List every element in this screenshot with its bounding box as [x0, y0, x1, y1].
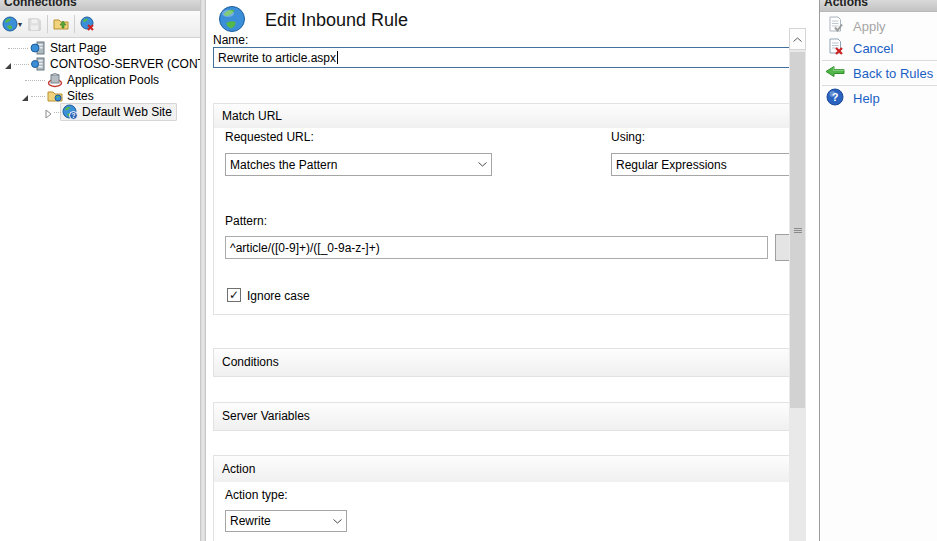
connections-title: Connections	[4, 0, 77, 9]
svg-text:?: ?	[72, 112, 76, 119]
start-page-icon	[30, 40, 46, 56]
using-value: Regular Expressions	[616, 158, 727, 172]
name-input[interactable]: Rewrite to article.aspx	[213, 47, 800, 68]
requested-url-label: Requested URL:	[225, 130, 314, 144]
sites-folder-icon	[47, 88, 63, 104]
ignore-case-label: Ignore case	[247, 289, 310, 303]
action-type-label: Action type:	[225, 488, 288, 502]
help-link[interactable]: Help	[853, 91, 880, 106]
chevron-down-icon	[333, 519, 342, 524]
tree-connector	[8, 48, 28, 49]
tree-item-start-page[interactable]: Start Page	[0, 40, 200, 56]
chevron-down-icon	[478, 162, 487, 167]
match-url-section-header[interactable]: Match URL	[214, 104, 799, 128]
application-pools-icon	[47, 72, 63, 88]
using-dropdown[interactable]: Regular Expressions	[611, 153, 800, 176]
create-folder-up-icon[interactable]	[51, 14, 71, 34]
conditions-section: Conditions	[213, 348, 800, 377]
tree-item-label: Start Page	[50, 40, 107, 56]
tree-item-label: Application Pools	[67, 72, 159, 88]
tree-connector	[25, 80, 45, 81]
vertical-scrollbar[interactable]	[789, 28, 806, 541]
svg-text:?: ?	[832, 91, 839, 103]
ignore-case-checkbox[interactable]: ✓	[227, 288, 241, 302]
tree-connector	[14, 64, 29, 65]
server-variables-section-header[interactable]: Server Variables	[214, 403, 799, 430]
text-caret	[337, 51, 338, 64]
connections-panel: Connections ▾	[0, 0, 200, 541]
iis-manager-window: Connections ▾	[0, 0, 937, 541]
page-title: Edit Inbound Rule	[265, 6, 408, 34]
cancel-button[interactable]: Cancel	[853, 41, 893, 56]
toolbar-separator	[47, 15, 48, 33]
using-label: Using:	[611, 130, 645, 144]
chevron-up-icon	[793, 37, 802, 42]
action-section-header[interactable]: Action	[214, 456, 799, 482]
tree-item-sites[interactable]: Sites	[0, 88, 200, 104]
server-icon	[30, 56, 46, 72]
actions-separator	[822, 60, 937, 61]
action-type-dropdown[interactable]: Rewrite	[225, 510, 347, 532]
actions-panel: Actions Apply	[819, 0, 937, 541]
save-icon[interactable]	[24, 14, 44, 34]
scrollbar-grip-icon	[794, 228, 802, 233]
tree-item-server[interactable]: CONTOSO-SERVER (CONTOS	[0, 56, 200, 72]
actions-separator	[822, 85, 937, 86]
name-label: Name:	[213, 33, 248, 47]
requested-url-value: Matches the Pattern	[230, 158, 337, 172]
connect-globe-icon[interactable]	[0, 14, 20, 34]
scroll-up-button[interactable]	[789, 28, 806, 50]
actions-title: Actions	[824, 0, 868, 9]
pattern-label: Pattern:	[225, 214, 267, 228]
tree-item-application-pools[interactable]: Application Pools	[0, 72, 200, 88]
server-variables-section: Server Variables	[213, 402, 800, 431]
tree-item-label: Default Web Site	[82, 104, 172, 120]
tree-item-label: Sites	[67, 88, 94, 104]
tree-item-label: CONTOSO-SERVER (CONTOS	[50, 56, 200, 72]
connect-dropdown-caret-icon[interactable]: ▾	[18, 20, 22, 29]
web-site-globe-icon: ?	[62, 104, 78, 120]
requested-url-dropdown[interactable]: Matches the Pattern	[225, 153, 492, 176]
collapsed-arrow-icon[interactable]	[43, 107, 53, 117]
expanded-arrow-icon[interactable]	[3, 59, 13, 69]
apply-button: Apply	[853, 19, 886, 34]
pattern-input-value: ^article/([0-9]+)/([_0-9a-z-]+)	[230, 241, 380, 255]
pattern-input[interactable]: ^article/([0-9]+)/([_0-9a-z-]+)	[225, 236, 768, 259]
edit-inbound-rule-page: Edit Inbound Rule Name: Rewrite to artic…	[206, 0, 818, 541]
tree-item-default-web-site[interactable]: ? Default Web Site	[0, 104, 200, 120]
checkmark-icon: ✓	[229, 288, 239, 302]
cancel-document-x-icon	[827, 38, 844, 58]
expanded-arrow-icon[interactable]	[20, 91, 30, 101]
apply-document-check-icon	[827, 16, 844, 36]
selected-tree-item[interactable]: ? Default Web Site	[60, 103, 177, 121]
connections-tree: Start Page CONTOSO-SERVER (C	[0, 37, 200, 541]
action-type-value: Rewrite	[230, 514, 271, 528]
actions-header: Actions	[820, 0, 937, 12]
disconnect-globe-icon[interactable]	[78, 14, 98, 34]
toolbar-separator	[74, 15, 75, 33]
help-question-icon: ?	[826, 88, 844, 109]
conditions-section-header[interactable]: Conditions	[214, 349, 799, 376]
tree-connector	[54, 112, 61, 113]
tree-connector	[31, 96, 45, 97]
globe-icon	[218, 5, 246, 36]
back-to-rules-link[interactable]: Back to Rules	[853, 66, 933, 81]
connections-toolbar: ▾	[0, 11, 200, 38]
name-input-value: Rewrite to article.aspx	[218, 51, 336, 65]
scrollbar-thumb[interactable]	[790, 52, 805, 408]
back-arrow-icon	[824, 63, 846, 83]
